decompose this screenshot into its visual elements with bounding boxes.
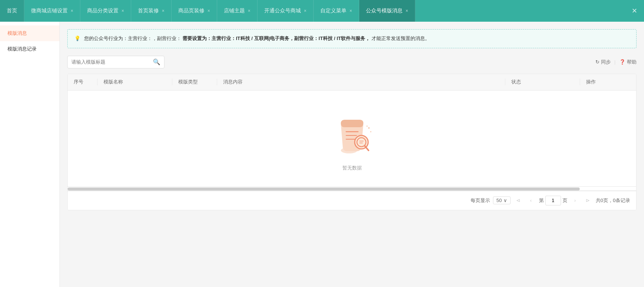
page-number-input[interactable] <box>545 196 561 205</box>
refresh-icon: ↻ <box>595 59 600 65</box>
empty-state: 暂无数据 <box>68 91 636 186</box>
close-open-mall[interactable]: × <box>304 8 306 13</box>
help-label: 帮助 <box>627 59 637 65</box>
scrollbar-thumb[interactable] <box>68 187 580 190</box>
th-action: 操作 <box>580 79 636 85</box>
sidebar-item-template-msg-label: 模版消息 <box>7 30 27 36</box>
page-label: 页 <box>563 197 567 204</box>
sidebar-item-template-msg-log[interactable]: 模版消息记录 <box>0 41 59 57</box>
tab-category-settings-label: 商品分类设置 <box>87 7 118 14</box>
close-weshop-settings[interactable]: × <box>71 8 73 13</box>
sidebar-item-template-msg-log-label: 模版消息记录 <box>7 46 37 52</box>
page-size-label: 每页显示 <box>471 197 490 204</box>
empty-illustration <box>330 113 375 158</box>
empty-text: 暂无数据 <box>342 165 362 171</box>
search-icon[interactable]: 🔍 <box>153 58 160 65</box>
top-nav: 首页 微商城店铺设置 × 商品分类设置 × 首页装修 × 商品页装修 × 店铺主… <box>0 0 644 22</box>
close-template-msg[interactable]: × <box>406 8 408 13</box>
sync-label: 同步 <box>601 59 611 65</box>
search-input[interactable] <box>71 59 153 65</box>
first-page-button[interactable]: ⊲ <box>514 196 523 205</box>
tab-template-msg-label: 公众号模版消息 <box>366 7 403 14</box>
tab-weshop-settings-label: 微商城店铺设置 <box>31 7 68 14</box>
last-page-button[interactable]: ⊳ <box>583 196 593 205</box>
bulb-icon: 💡 <box>74 36 80 41</box>
info-prefix: 您的公众号行业为：主营行业：，副营行业： <box>84 36 181 41</box>
info-suffix: 才能正常发送预置的消息。 <box>372 36 430 41</box>
tab-custom-menu[interactable]: 自定义菜单 × <box>314 0 359 22</box>
th-index: 序号 <box>68 79 98 85</box>
horizontal-scrollbar[interactable] <box>68 186 636 191</box>
global-close-button[interactable]: ✕ <box>625 7 644 15</box>
table-header: 序号 模版名称 模版类型 消息内容 状态 操作 <box>68 74 636 91</box>
sidebar-item-template-msg[interactable]: 模版消息 <box>0 25 59 41</box>
th-status: 状态 <box>505 79 580 85</box>
total-info: 共0页，0条记录 <box>596 197 630 204</box>
pagination: 每页显示 50 ∨ ⊲ ‹ 第 页 › ⊳ 共0页，0条记录 <box>68 191 636 210</box>
help-button[interactable]: ❓ 帮助 <box>619 59 637 65</box>
svg-point-10 <box>370 131 371 132</box>
prev-page-button[interactable]: ‹ <box>526 196 536 205</box>
th-content: 消息内容 <box>217 79 505 85</box>
tab-store-theme[interactable]: 店铺主题 × <box>217 0 258 22</box>
search-bar: 🔍 ↻ 同步 | ❓ 帮助 <box>67 56 637 68</box>
tab-weshop-settings[interactable]: 微商城店铺设置 × <box>24 0 80 22</box>
divider: | <box>614 59 616 65</box>
tab-home-label: 首页 <box>7 7 17 14</box>
page-size-value: 50 <box>496 198 502 203</box>
tab-home[interactable]: 首页 <box>0 0 24 22</box>
tab-home-decor[interactable]: 首页装修 × <box>131 0 172 22</box>
sidebar: 模版消息 模版消息记录 <box>0 22 60 287</box>
close-category-settings[interactable]: × <box>121 8 124 13</box>
tab-product-decor[interactable]: 商品页装修 × <box>172 0 217 22</box>
page-layout: 模版消息 模版消息记录 💡 您的公众号行业为：主营行业：，副营行业： 需要设置为… <box>0 22 644 287</box>
info-banner: 💡 您的公众号行业为：主营行业：，副营行业： 需要设置为：主营行业：IT科技 /… <box>67 29 637 48</box>
tab-store-theme-label: 店铺主题 <box>224 7 245 14</box>
chevron-down-icon: ∨ <box>503 198 507 203</box>
close-store-theme[interactable]: × <box>248 8 250 13</box>
tab-open-mall[interactable]: 开通公众号商城 × <box>258 0 314 22</box>
sync-button[interactable]: ↻ 同步 <box>595 59 611 65</box>
tab-category-settings[interactable]: 商品分类设置 × <box>80 0 131 22</box>
close-home-decor[interactable]: × <box>162 8 164 13</box>
svg-point-11 <box>366 125 367 126</box>
close-custom-menu[interactable]: × <box>349 8 352 13</box>
tab-open-mall-label: 开通公众号商城 <box>264 7 301 14</box>
info-highlight: 需要设置为：主营行业：IT科技 / 互联网|电子商务，副营行业：IT科技 / I… <box>182 36 370 41</box>
tab-template-msg[interactable]: 公众号模版消息 × <box>359 0 415 22</box>
main-content: 💡 您的公众号行业为：主营行业：，副营行业： 需要设置为：主营行业：IT科技 /… <box>60 22 644 287</box>
search-field-wrapper[interactable]: 🔍 <box>67 56 164 68</box>
di-label: 第 <box>539 197 544 204</box>
help-icon: ❓ <box>619 59 625 65</box>
tab-custom-menu-label: 自定义菜单 <box>320 7 346 14</box>
tab-home-decor-label: 首页装修 <box>138 7 159 14</box>
close-product-decor[interactable]: × <box>207 8 210 13</box>
page-size-select[interactable]: 50 ∨ <box>493 196 510 204</box>
svg-point-9 <box>368 127 370 129</box>
tab-product-decor-label: 商品页装修 <box>178 7 204 14</box>
th-name: 模版名称 <box>98 79 172 85</box>
next-page-button[interactable]: › <box>570 196 580 205</box>
data-table: 序号 模版名称 模版类型 消息内容 状态 操作 <box>67 74 637 210</box>
page-input-wrapper: 第 页 <box>539 196 567 205</box>
th-type: 模版类型 <box>172 79 217 85</box>
search-right-actions: ↻ 同步 | ❓ 帮助 <box>595 59 637 65</box>
